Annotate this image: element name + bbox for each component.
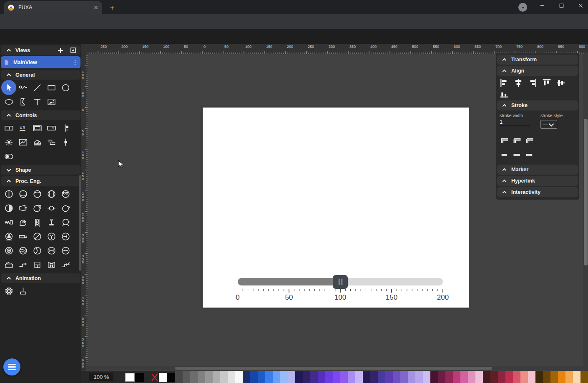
zoom-level-display[interactable]: 100 % bbox=[89, 373, 113, 381]
export-view-icon[interactable] bbox=[69, 46, 77, 55]
palette-swatch[interactable] bbox=[183, 371, 190, 383]
tool-input[interactable] bbox=[2, 121, 16, 135]
palette-swatch[interactable] bbox=[408, 371, 415, 383]
tool-furnace[interactable] bbox=[30, 258, 44, 272]
tool-spinner[interactable] bbox=[2, 284, 16, 298]
view-menu-kebab-icon[interactable] bbox=[72, 60, 78, 65]
tool-pump-half[interactable] bbox=[2, 201, 16, 215]
tab-close-icon[interactable] bbox=[93, 5, 99, 10]
palette-swatch[interactable] bbox=[310, 371, 318, 383]
palette-swatch[interactable] bbox=[355, 371, 363, 383]
view-item-mainview[interactable]: MainView bbox=[1, 56, 80, 68]
no-color-icon[interactable] bbox=[151, 373, 158, 382]
palette-swatch[interactable] bbox=[235, 371, 243, 383]
palette-swatch[interactable] bbox=[325, 371, 333, 383]
line-join-round-icon[interactable] bbox=[512, 136, 521, 145]
tool-heat-exchanger[interactable] bbox=[44, 258, 58, 272]
palette-swatch[interactable] bbox=[280, 371, 288, 383]
tool-pump-wye[interactable] bbox=[44, 229, 58, 243]
palette-swatch[interactable] bbox=[573, 371, 580, 383]
add-view-icon[interactable] bbox=[56, 46, 65, 55]
palette-swatch[interactable] bbox=[295, 371, 303, 383]
palette-swatch[interactable] bbox=[400, 371, 408, 383]
palette-swatch[interactable] bbox=[483, 371, 490, 383]
align-bottom-icon[interactable] bbox=[500, 89, 509, 98]
palette-swatch[interactable] bbox=[580, 371, 588, 383]
menu-fab-button[interactable] bbox=[3, 358, 20, 375]
tool-coupling[interactable] bbox=[44, 243, 58, 258]
tool-switch[interactable] bbox=[2, 149, 16, 163]
tool-boiler-tank[interactable] bbox=[2, 258, 16, 272]
palette-swatch[interactable] bbox=[273, 371, 280, 383]
tool-light[interactable] bbox=[2, 135, 16, 149]
palette-swatch[interactable] bbox=[430, 371, 438, 383]
palette-swatch[interactable] bbox=[333, 371, 340, 383]
align-right-icon[interactable] bbox=[528, 78, 537, 88]
tool-polyline[interactable] bbox=[16, 95, 30, 109]
tool-extruder[interactable] bbox=[16, 229, 30, 243]
sidebar-scrollbar[interactable] bbox=[79, 175, 81, 271]
palette-swatch[interactable] bbox=[288, 371, 295, 383]
line-join-miter-icon[interactable] bbox=[500, 136, 509, 145]
tab-search-icon[interactable] bbox=[518, 3, 527, 12]
tool-pump-crescent[interactable] bbox=[30, 243, 44, 258]
tool-cone-crusher[interactable] bbox=[16, 201, 30, 215]
tool-motor[interactable] bbox=[2, 229, 16, 243]
palette-swatch[interactable] bbox=[340, 371, 348, 383]
tool-gauge[interactable] bbox=[30, 135, 44, 149]
line-cap-round-icon[interactable] bbox=[525, 150, 534, 160]
interactivity-section-header[interactable]: Interactivity bbox=[497, 187, 578, 197]
tool-mixer-tank[interactable] bbox=[58, 215, 73, 229]
palette-swatch[interactable] bbox=[535, 371, 543, 383]
tool-screw-conveyor[interactable] bbox=[2, 215, 16, 229]
tool-image[interactable] bbox=[44, 95, 58, 109]
palette-swatch[interactable] bbox=[415, 371, 423, 383]
tool-line[interactable] bbox=[30, 80, 44, 95]
tool-slider[interactable] bbox=[58, 135, 73, 149]
black-color-swatch[interactable] bbox=[167, 373, 175, 382]
palette-swatch[interactable] bbox=[445, 371, 453, 383]
palette-swatch[interactable] bbox=[528, 371, 535, 383]
stroke-width-input[interactable] bbox=[500, 118, 530, 126]
tool-text[interactable] bbox=[30, 95, 44, 109]
tool-pump-twin[interactable] bbox=[58, 187, 73, 201]
palette-swatch[interactable] bbox=[423, 371, 430, 383]
new-tab-button[interactable]: + bbox=[108, 3, 117, 13]
tool-button[interactable] bbox=[58, 121, 73, 135]
stroke-style-select[interactable]: — bbox=[540, 120, 557, 129]
palette-swatch[interactable] bbox=[243, 371, 250, 383]
palette-swatch[interactable] bbox=[220, 371, 228, 383]
tool-compressor-waves[interactable] bbox=[16, 243, 30, 258]
palette-swatch[interactable] bbox=[265, 371, 273, 383]
tool-pump-vertical[interactable] bbox=[2, 187, 16, 201]
align-center-horizontal-icon[interactable] bbox=[514, 78, 523, 88]
palette-swatch[interactable] bbox=[550, 371, 558, 383]
line-cap-butt-icon[interactable] bbox=[500, 150, 509, 160]
palette-swatch[interactable] bbox=[490, 371, 498, 383]
line-cap-square-icon[interactable] bbox=[512, 150, 521, 160]
palette-swatch[interactable] bbox=[303, 371, 310, 383]
tool-value[interactable]: ## bbox=[16, 121, 30, 135]
palette-swatch[interactable] bbox=[378, 371, 385, 383]
tool-pipe-assembly[interactable] bbox=[58, 258, 73, 272]
tool-compressor-arc-down[interactable] bbox=[16, 187, 30, 201]
palette-swatch[interactable] bbox=[318, 371, 325, 383]
vertical-scrollbar-thumb[interactable] bbox=[584, 119, 588, 265]
tool-fan-scroll[interactable] bbox=[58, 201, 73, 215]
tool-pipe-flange[interactable] bbox=[16, 258, 30, 272]
section-proc-eng-header[interactable]: Proc. Eng. bbox=[1, 176, 80, 186]
tool-pump-tee[interactable] bbox=[58, 229, 73, 243]
section-shape-header[interactable]: Shape bbox=[1, 165, 80, 175]
hyperlink-section-header[interactable]: Hyperlink bbox=[497, 176, 578, 186]
palette-swatch[interactable] bbox=[370, 371, 378, 383]
palette-swatch[interactable] bbox=[558, 371, 565, 383]
palette-swatch[interactable] bbox=[543, 371, 550, 383]
section-general-header[interactable]: General bbox=[1, 70, 80, 80]
fill-color-swatch[interactable] bbox=[125, 373, 135, 382]
palette-swatch[interactable] bbox=[190, 371, 198, 383]
palette-swatch[interactable] bbox=[228, 371, 235, 383]
palette-swatch[interactable] bbox=[498, 371, 505, 383]
palette-swatch[interactable] bbox=[175, 371, 183, 383]
tool-blower[interactable] bbox=[30, 201, 44, 215]
white-color-swatch[interactable] bbox=[159, 373, 167, 382]
